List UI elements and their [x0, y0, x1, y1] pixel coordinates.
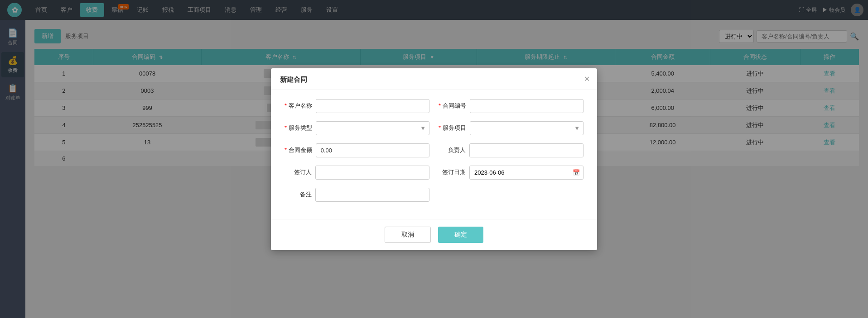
service-item-select-wrapper: ▼ — [470, 121, 583, 135]
contract-amount-input[interactable] — [316, 143, 429, 157]
form-group-signer: 签订人 — [285, 166, 429, 180]
sign-date-wrapper: 📅 — [469, 166, 583, 180]
modal-overlay: 新建合同 ✕ 客户名称 合同编号 服务类型 — [0, 0, 868, 318]
signer-label: 签订人 — [285, 168, 312, 176]
form-group-service-item: 服务项目 ▼ — [439, 121, 583, 135]
modal-close-button[interactable]: ✕ — [584, 75, 590, 83]
service-item-label: 服务项目 — [439, 124, 466, 132]
form-group-contract-no: 合同编号 — [439, 99, 583, 113]
remark-label: 备注 — [285, 190, 312, 199]
form-row-4: 签订人 签订日期 📅 — [285, 166, 583, 180]
confirm-button[interactable]: 确定 — [438, 227, 483, 243]
form-group-customer: 客户名称 — [285, 99, 429, 113]
form-group-amount: 合同金额 — [285, 143, 429, 157]
customer-name-label: 客户名称 — [285, 102, 312, 110]
service-type-select[interactable] — [316, 121, 429, 135]
service-item-select[interactable] — [470, 121, 583, 135]
form-group-remark: 备注 — [285, 188, 429, 202]
form-row-1: 客户名称 合同编号 — [285, 99, 583, 113]
sign-date-label: 签订日期 — [439, 168, 466, 176]
form-group-responsible: 负责人 — [439, 143, 583, 157]
form-row-2: 服务类型 ▼ 服务项目 ▼ — [285, 121, 583, 135]
customer-name-input[interactable] — [316, 99, 429, 113]
modal-title: 新建合同 — [280, 76, 307, 83]
responsible-label: 负责人 — [439, 146, 466, 154]
form-group-service-type: 服务类型 ▼ — [285, 121, 429, 135]
contract-amount-label: 合同金额 — [285, 146, 312, 154]
contract-no-input[interactable] — [470, 99, 583, 113]
signer-input[interactable] — [315, 166, 429, 180]
new-contract-modal: 新建合同 ✕ 客户名称 合同编号 服务类型 — [271, 68, 597, 250]
form-group-sign-date: 签订日期 📅 — [439, 166, 583, 180]
form-row-3: 合同金额 负责人 — [285, 143, 583, 157]
responsible-input[interactable] — [469, 143, 583, 157]
sign-date-input[interactable] — [469, 166, 583, 180]
remark-input[interactable] — [315, 188, 429, 202]
service-type-label: 服务类型 — [285, 124, 312, 132]
form-row-5: 备注 — [285, 188, 583, 202]
service-type-select-wrapper: ▼ — [316, 121, 429, 135]
modal-header: 新建合同 ✕ — [271, 68, 597, 90]
cancel-button[interactable]: 取消 — [385, 227, 431, 243]
modal-footer: 取消 确定 — [271, 219, 597, 250]
contract-no-label: 合同编号 — [439, 102, 466, 110]
modal-body: 客户名称 合同编号 服务类型 ▼ — [271, 90, 597, 219]
